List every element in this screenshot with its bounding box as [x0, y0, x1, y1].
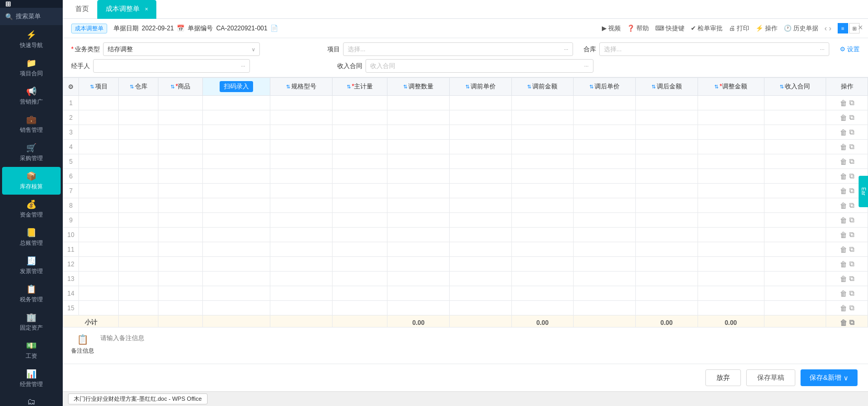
cell-adjust-amount[interactable] — [698, 272, 764, 286]
actions-btn[interactable]: ⚡ 操作 — [756, 24, 778, 33]
cell-project[interactable] — [79, 154, 119, 169]
cell-before-amount[interactable] — [511, 301, 574, 315]
cell-adjust-qty[interactable] — [387, 242, 450, 257]
cell-adjust-qty[interactable] — [387, 154, 450, 169]
cell-income-contract[interactable] — [764, 110, 826, 125]
cell-unit[interactable] — [332, 257, 387, 272]
cell-project[interactable] — [79, 169, 119, 184]
print-btn[interactable]: 🖨 打印 — [729, 24, 749, 33]
cell-spec[interactable] — [270, 301, 333, 315]
cell-before-price[interactable] — [450, 169, 512, 184]
cell-scan[interactable] — [202, 198, 270, 213]
cell-scan[interactable] — [202, 169, 270, 184]
cell-income-contract[interactable] — [764, 198, 826, 213]
cell-after-amount[interactable] — [635, 125, 698, 140]
cell-unit[interactable] — [332, 154, 387, 169]
cell-unit[interactable] — [332, 242, 387, 257]
copy-row-btn[interactable]: ⧉ — [849, 157, 854, 166]
biz-type-select[interactable]: 结存调整 ∨ — [103, 42, 260, 56]
cell-scan[interactable] — [202, 184, 270, 198]
cell-before-amount[interactable] — [511, 96, 574, 110]
cell-product[interactable] — [158, 184, 202, 198]
cell-warehouse[interactable] — [119, 198, 158, 213]
cell-spec[interactable] — [270, 213, 333, 228]
cell-after-amount[interactable] — [635, 242, 698, 257]
delete-row-btn[interactable]: 🗑 — [840, 187, 847, 195]
sidebar-item-payroll[interactable]: 💵 工资 — [2, 336, 61, 364]
notes-input[interactable] — [100, 332, 860, 348]
cell-after-price[interactable] — [574, 110, 636, 125]
sidebar-item-basic-info[interactable]: 🗂 基础信息 — [2, 393, 61, 406]
cell-unit[interactable] — [332, 228, 387, 242]
cell-after-amount[interactable] — [635, 286, 698, 301]
cell-before-price[interactable] — [450, 228, 512, 242]
cell-spec[interactable] — [270, 110, 333, 125]
cell-project[interactable] — [79, 242, 119, 257]
cell-warehouse[interactable] — [119, 154, 158, 169]
cell-product[interactable] — [158, 213, 202, 228]
cell-project[interactable] — [79, 140, 119, 154]
cell-spec[interactable] — [270, 140, 333, 154]
cell-adjust-qty[interactable] — [387, 213, 450, 228]
cell-income-contract[interactable] — [764, 228, 826, 242]
cell-adjust-qty[interactable] — [387, 169, 450, 184]
cell-unit[interactable] — [332, 301, 387, 315]
cell-income-contract[interactable] — [764, 272, 826, 286]
cell-income-contract[interactable] — [764, 96, 826, 110]
cell-scan[interactable] — [202, 96, 270, 110]
cell-warehouse[interactable] — [119, 110, 158, 125]
sidebar-item-project-contract[interactable]: 📁 项目合同 — [2, 54, 61, 82]
cell-spec[interactable] — [270, 272, 333, 286]
cell-before-amount[interactable] — [511, 213, 574, 228]
discard-button[interactable]: 放弃 — [705, 369, 741, 386]
save-new-dropdown-icon[interactable]: ∨ — [843, 374, 849, 382]
cell-unit[interactable] — [332, 198, 387, 213]
cell-after-amount[interactable] — [635, 257, 698, 272]
copy-row-btn[interactable]: ⧉ — [849, 142, 854, 151]
copy-row-btn[interactable]: ⧉ — [849, 172, 854, 181]
tab-cost-adjust[interactable]: 成本调整单 × — [97, 0, 156, 19]
copy-row-btn[interactable]: ⧉ — [849, 245, 854, 254]
sidebar-item-fund-mgmt[interactable]: 💰 资金管理 — [2, 195, 61, 223]
cell-spec[interactable] — [270, 169, 333, 184]
cell-scan[interactable] — [202, 213, 270, 228]
cell-adjust-amount[interactable] — [698, 184, 764, 198]
cell-before-price[interactable] — [450, 198, 512, 213]
cell-after-amount[interactable] — [635, 301, 698, 315]
cell-product[interactable] — [158, 286, 202, 301]
copy-row-btn[interactable]: ⧉ — [849, 98, 854, 107]
cell-scan[interactable] — [202, 228, 270, 242]
cell-product[interactable] — [158, 301, 202, 315]
cell-adjust-qty[interactable] — [387, 110, 450, 125]
cell-before-amount[interactable] — [511, 154, 574, 169]
cell-adjust-amount[interactable] — [698, 286, 764, 301]
cell-warehouse[interactable] — [119, 169, 158, 184]
cell-adjust-qty[interactable] — [387, 257, 450, 272]
cell-scan[interactable] — [202, 301, 270, 315]
cell-before-amount[interactable] — [511, 140, 574, 154]
cell-project[interactable] — [79, 272, 119, 286]
cell-warehouse[interactable] — [119, 272, 158, 286]
cell-spec[interactable] — [270, 198, 333, 213]
window-close-btn[interactable]: × — [858, 23, 863, 32]
cell-product[interactable] — [158, 154, 202, 169]
sidebar-item-sales-promotion[interactable]: 📢 营销推广 — [2, 82, 61, 110]
cell-adjust-amount[interactable] — [698, 198, 764, 213]
subtotal-copy-btn[interactable]: ⧉ — [849, 318, 854, 327]
cell-warehouse[interactable] — [119, 242, 158, 257]
cell-before-amount[interactable] — [511, 110, 574, 125]
cell-project[interactable] — [79, 198, 119, 213]
subtotal-delete-btn[interactable]: 🗑 — [840, 319, 847, 327]
cell-after-price[interactable] — [574, 213, 636, 228]
cell-product[interactable] — [158, 198, 202, 213]
copy-row-btn[interactable]: ⧉ — [849, 230, 854, 239]
cell-warehouse[interactable] — [119, 228, 158, 242]
scan-btn[interactable]: 扫码录入 — [220, 81, 253, 92]
cell-adjust-qty[interactable] — [387, 96, 450, 110]
cell-scan[interactable] — [202, 242, 270, 257]
cell-project[interactable] — [79, 125, 119, 140]
cell-before-amount[interactable] — [511, 228, 574, 242]
delete-row-btn[interactable]: 🗑 — [840, 143, 847, 151]
help-btn[interactable]: ❓ 帮助 — [627, 24, 649, 33]
cell-before-amount[interactable] — [511, 242, 574, 257]
